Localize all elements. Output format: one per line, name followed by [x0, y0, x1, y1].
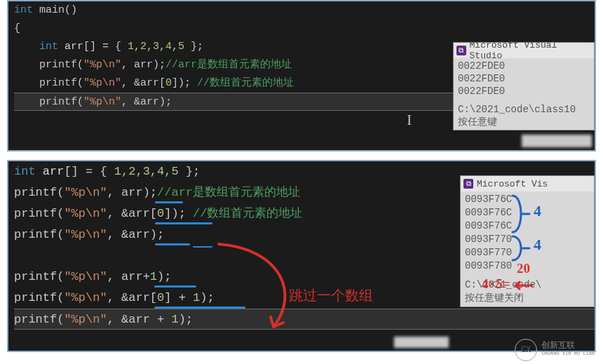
console-title: Microsoft Vis: [477, 179, 548, 189]
console-output-bottom: ⧉ Microsoft Vis 0093F76C 0093F76C 0093F7…: [460, 175, 595, 307]
output-line: 按任意键关闭: [465, 292, 590, 305]
console-output-top: ⧉ Microsoft Visual Studio 0022FDE0 0022F…: [453, 42, 595, 130]
text-cursor-icon: I: [407, 111, 412, 128]
code-line-current: printf("%p\n", &arr + 1);: [14, 309, 595, 330]
censor-blur: [522, 135, 592, 147]
underline-annotation: [154, 306, 245, 309]
console-title-bar: ⧉ Microsoft Visual Studio: [454, 43, 594, 58]
underline-annotation: [155, 201, 183, 203]
console-body: 0022FDE0 0022FDE0 0022FDE0 C:\2021_code\…: [454, 58, 594, 130]
output-line: 按任意键: [458, 116, 590, 128]
censor-blur: [394, 337, 449, 348]
code-line: {: [14, 20, 595, 38]
output-line: 0093F76C: [465, 206, 590, 220]
underline-annotation: [155, 222, 212, 224]
output-line: 0093F780: [465, 259, 590, 273]
output-line: 0093F770: [465, 246, 590, 259]
logo-text-en: CHUANG XIN HU LIAN: [541, 350, 595, 358]
underline-annotation: [193, 246, 212, 248]
output-line: 0093F76C: [465, 220, 590, 233]
figure: int main() { int arr[] = { 1,2,3,4,5 }; …: [0, 0, 603, 364]
output-line: C:\2021_code\class10: [458, 103, 590, 116]
logo-text-cn: 创新互联: [541, 342, 595, 350]
output-line: 0022FDE0: [458, 85, 590, 97]
logo-icon: CX: [515, 339, 537, 361]
output-line: 0022FDE0: [458, 72, 590, 85]
console-title: Microsoft Visual Studio: [470, 40, 591, 61]
underline-annotation: [155, 243, 190, 245]
code-line: int main(): [14, 1, 595, 20]
top-screenshot: int main() { int arr[] = { 1,2,3,4,5 }; …: [7, 0, 596, 151]
output-line: 0022FDE0: [458, 60, 590, 72]
visual-studio-icon: ⧉: [463, 179, 473, 189]
output-line: 0093F76C: [465, 193, 590, 206]
watermark-logo: CX 创新互联 CHUANG XIN HU LIAN: [515, 339, 595, 361]
output-line: C:\2021_code\: [465, 278, 590, 292]
visual-studio-icon: ⧉: [456, 46, 466, 55]
bottom-screenshot: int arr[] = { 1,2,3,4,5 }; printf("%p\n"…: [7, 160, 596, 352]
underline-annotation: [154, 285, 196, 288]
console-body: 0093F76C 0093F76C 0093F76C 0093F770 0093…: [461, 191, 594, 306]
output-line: 0093F770: [465, 233, 590, 246]
console-title-bar: ⧉ Microsoft Vis: [461, 176, 594, 191]
annotation-label: 跳过一个数组: [289, 286, 373, 305]
